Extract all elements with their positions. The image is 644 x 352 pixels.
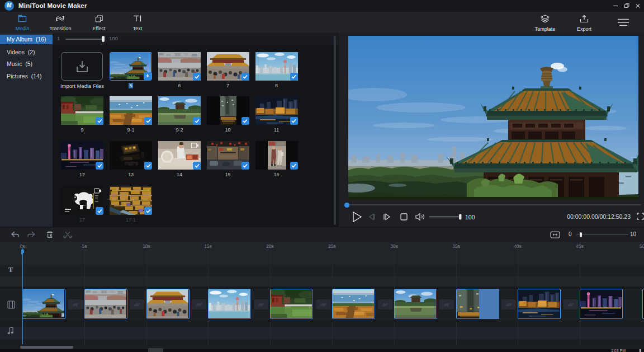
svg-text:100: 100 [465, 214, 475, 220]
